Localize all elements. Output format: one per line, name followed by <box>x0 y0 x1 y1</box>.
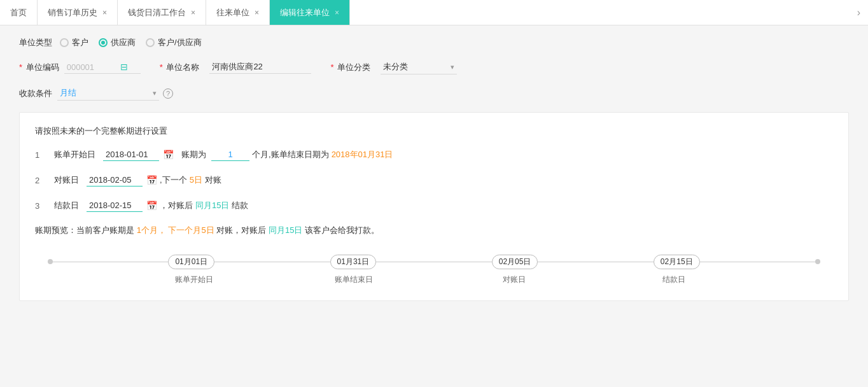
radio-customer-label: 客户 <box>72 37 88 48</box>
timeline-label-3: 对账日 <box>495 274 533 285</box>
unit-category-arrow-icon: ▾ <box>451 63 454 71</box>
step-num-1: 1 <box>35 150 48 160</box>
step-num-3: 3 <box>35 201 48 211</box>
tab-cashflow-label: 钱货日清工作台 <box>128 7 186 18</box>
step-label-2: 对账日 <box>54 174 79 186</box>
unit-category-label: * 单位分类 <box>330 62 370 73</box>
timeline-node-3-bubble: 02月05日 <box>492 255 538 269</box>
unit-category-select[interactable]: 未分类 ▾ <box>381 60 457 74</box>
tab-home[interactable]: 首页 <box>0 0 38 25</box>
step-label-3: 结款日 <box>54 200 79 211</box>
timeline-label-4: 结款日 <box>655 274 693 285</box>
step-date-input-2[interactable] <box>87 174 143 186</box>
step-date-input-3[interactable] <box>87 199 143 212</box>
payment-terms-arrow-icon: ▾ <box>153 89 157 97</box>
preview-part2: 下一个月5日 <box>168 225 214 235</box>
timeline-container: 01月01日 01月31日 02月05日 02月15日 <box>35 249 833 285</box>
step-3-suffix-highlight: 同月15日 <box>195 200 229 211</box>
unit-code-star: * <box>19 62 22 72</box>
radio-supplier-circle <box>99 38 108 47</box>
payment-terms-row: 收款条件 月结 ▾ ? <box>19 86 849 101</box>
unit-category-value: 未分类 <box>383 61 447 73</box>
radio-both[interactable]: 客户/供应商 <box>146 37 202 48</box>
unit-code-label: * 单位编码 <box>19 62 59 73</box>
unit-code-copy-icon[interactable]: ⊟ <box>120 62 128 72</box>
step-2-suffix-pre: ,下一个 <box>160 174 187 186</box>
step-row-3: 3 结款日 📅 ，对账后 同月15日 结款 <box>35 199 833 212</box>
radio-customer-circle <box>60 38 69 47</box>
radio-supplier[interactable]: 供应商 <box>99 37 136 48</box>
tab-sales-history[interactable]: 销售订单历史 × <box>38 0 118 25</box>
timeline-label-1: 账单开始日 <box>175 274 213 285</box>
preview-part3: 对账，对账后 <box>216 225 266 235</box>
step-3-suffix-pre: ，对账后 <box>160 200 193 211</box>
tab-edit-partner-close[interactable]: × <box>335 9 339 17</box>
unit-info-row: * 单位编码 ⊟ * 单位名称 * 单位分类 未分类 ▾ <box>19 60 849 74</box>
step-row-2: 2 对账日 📅 ,下一个 5日 对账 <box>35 174 833 186</box>
unit-type-radio-group: 客户 供应商 客户/供应商 <box>60 37 202 48</box>
step-calendar-icon-1[interactable]: 📅 <box>163 150 174 160</box>
radio-both-circle <box>146 38 155 47</box>
content-area: 单位类型 客户 供应商 客户/供应商 * 单位编码 ⊟ <box>0 25 868 301</box>
preview-part4: 同月15日 <box>269 225 302 235</box>
step-calendar-icon-3[interactable]: 📅 <box>146 201 157 211</box>
step-2-suffix-post: 对账 <box>205 174 221 186</box>
step-calendar-icon-2[interactable]: 📅 <box>146 175 157 185</box>
preview-text: 账期预览：当前客户账期是 1个月， 下一个月5日 对账，对账后 同月15日 该客… <box>35 225 833 236</box>
tab-edit-partner[interactable]: 编辑往来单位 × <box>270 0 350 25</box>
unit-code-field: ⊟ <box>64 60 141 74</box>
step-date-input-1[interactable] <box>103 148 159 161</box>
tab-sales-history-close[interactable]: × <box>102 9 107 17</box>
unit-code-wrap: ⊟ <box>64 60 141 74</box>
tab-home-label: 首页 <box>10 7 27 18</box>
radio-customer[interactable]: 客户 <box>60 37 88 48</box>
step-period-label: 账期为 <box>181 149 206 160</box>
tab-partner[interactable]: 往来单位 × <box>206 0 270 25</box>
timeline-labels-row: 账单开始日 账单结束日 对账日 结款日 <box>48 274 820 285</box>
tab-partner-label: 往来单位 <box>216 7 249 18</box>
tab-expand-btn[interactable]: › <box>850 7 868 18</box>
payment-settings-panel: 请按照未来的一个完整帐期进行设置 1 账单开始日 📅 账期为 个月,账单结束日期… <box>19 112 849 301</box>
unit-code-input[interactable] <box>67 62 118 72</box>
step-label-1: 账单开始日 <box>54 149 95 160</box>
step-period-end: 2018年01月31日 <box>332 149 393 160</box>
unit-type-label: 单位类型 <box>19 37 52 48</box>
radio-both-label: 客户/供应商 <box>158 37 202 48</box>
unit-category-field: 未分类 ▾ <box>381 60 457 74</box>
timeline-label-2: 账单结束日 <box>335 274 373 285</box>
timeline-dot-start <box>48 259 53 264</box>
payment-terms-select[interactable]: 月结 ▾ <box>57 86 159 101</box>
payment-terms-label: 收款条件 <box>19 88 52 99</box>
unit-name-input[interactable] <box>209 61 311 74</box>
preview-part5: 该客户会给我打款。 <box>305 225 379 235</box>
timeline-node-2: 01月31日 <box>330 255 377 269</box>
tab-cashflow[interactable]: 钱货日清工作台 × <box>118 0 206 25</box>
tab-sales-history-label: 销售订单历史 <box>48 7 97 18</box>
unit-name-label: * 单位名称 <box>160 62 200 73</box>
timeline-node-3: 02月05日 <box>492 255 538 269</box>
timeline-node-1: 01月01日 <box>168 255 214 269</box>
radio-supplier-label: 供应商 <box>111 37 136 48</box>
payment-terms-help-icon[interactable]: ? <box>163 88 173 99</box>
step-period-input[interactable] <box>211 148 249 161</box>
step-2-suffix-highlight: 5日 <box>190 174 202 186</box>
preview-label: 账期预览：当前客户账期是 <box>35 225 134 235</box>
unit-name-star: * <box>160 62 163 72</box>
unit-name-field <box>209 61 311 74</box>
step-3-suffix-post: 结款 <box>232 200 248 211</box>
preview-part1: 1个月， <box>137 225 166 235</box>
timeline-node-4-bubble: 02月15日 <box>654 255 700 269</box>
timeline-node-1-bubble: 01月01日 <box>168 255 214 269</box>
step-row-1: 1 账单开始日 📅 账期为 个月,账单结束日期为 2018年01月31日 <box>35 148 833 161</box>
timeline-node-4: 02月15日 <box>654 255 700 269</box>
unit-type-row: 单位类型 客户 供应商 客户/供应商 <box>19 37 849 48</box>
step-period-unit: 个月,账单结束日期为 <box>252 149 329 160</box>
unit-category-star: * <box>330 62 333 72</box>
timeline-node-2-bubble: 01月31日 <box>330 255 377 269</box>
timeline-dot-end <box>815 259 820 264</box>
payment-terms-field: 月结 ▾ ? <box>57 86 173 101</box>
panel-description: 请按照未来的一个完整帐期进行设置 <box>35 125 833 137</box>
tab-partner-close[interactable]: × <box>255 9 259 17</box>
tab-cashflow-close[interactable]: × <box>191 9 195 17</box>
payment-terms-value: 月结 <box>60 87 149 99</box>
